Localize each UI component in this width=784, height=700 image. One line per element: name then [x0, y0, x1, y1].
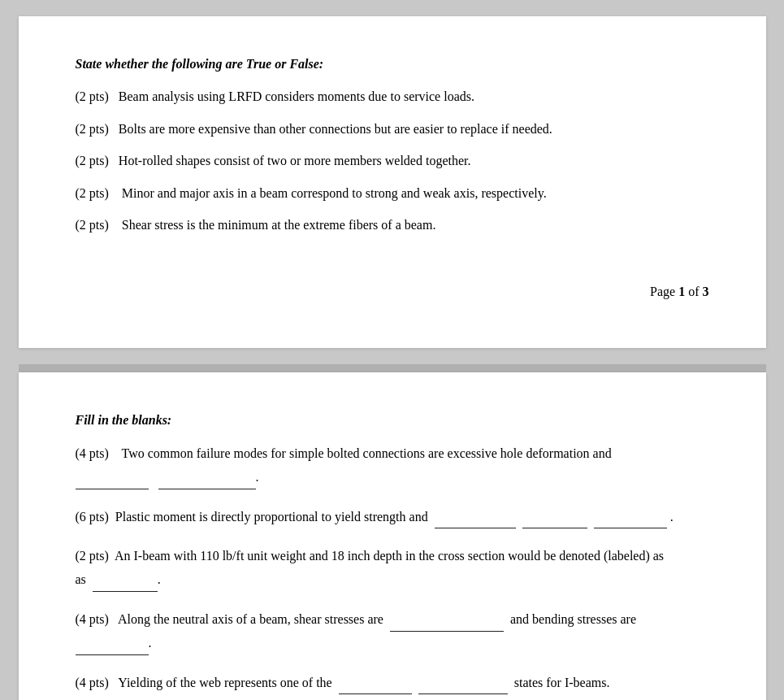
fill-q3: (2 pts) An I-beam with 110 lb/ft unit we… — [76, 545, 709, 592]
question-3: (2 pts) Hot-rolled shapes consist of two… — [76, 150, 709, 172]
page-current: 1 — [678, 285, 685, 298]
q5-pts: (2 pts) — [76, 218, 109, 232]
fill-q5: (4 pts) Yielding of the web represents o… — [76, 672, 709, 695]
fill-q3-as-label: as — [76, 572, 86, 586]
section-heading-2: Fill in the blanks: — [76, 413, 709, 428]
fill-q4-text-mid: and bending stresses are — [510, 612, 636, 626]
fill-q2-blank1 — [435, 515, 516, 528]
fill-q4-period: . — [149, 636, 152, 650]
question-5: (2 pts) Shear stress is the minimum at t… — [76, 215, 709, 236]
q5-text: Shear stress is the minimum at the extre… — [122, 218, 436, 232]
fill-q5-blank1 — [339, 681, 412, 694]
fill-q2-blank3 — [594, 515, 667, 528]
fill-q2-text: Plastic moment is directly proportional … — [115, 510, 428, 524]
question-1: (2 pts) Beam analysis using LRFD conside… — [76, 86, 709, 107]
fill-q5-blank2 — [418, 681, 508, 694]
fill-q3-period: . — [158, 572, 161, 586]
q3-pts: (2 pts) — [76, 154, 109, 167]
fill-q5-text-after: states for I-beams. — [514, 676, 610, 689]
page-divider — [19, 364, 766, 372]
page-of: of — [688, 285, 699, 298]
fill-q2-pts: (6 pts) — [76, 510, 109, 524]
q1-text: Beam analysis using LRFD considers momen… — [119, 89, 474, 103]
page-total: 3 — [703, 285, 709, 298]
fill-q5-text-before: Yielding of the web represents one of th… — [118, 676, 331, 689]
q4-text: Minor and major axis in a beam correspon… — [122, 186, 547, 200]
question-4: (2 pts) Minor and major axis in a beam c… — [76, 183, 709, 204]
q3-text: Hot-rolled shapes consist of two or more… — [119, 154, 471, 167]
fill-q2-period: . — [670, 510, 674, 524]
fill-q1-pts: (4 pts) — [76, 446, 109, 460]
q4-pts: (2 pts) — [76, 186, 109, 200]
fill-q3-blank — [93, 579, 158, 592]
fill-q1-blank1 — [76, 476, 149, 489]
page-2: Fill in the blanks: (4 pts) Two common f… — [19, 372, 766, 700]
fill-q5-pts: (4 pts) — [76, 676, 109, 689]
fill-q4-blank-mid — [390, 619, 504, 632]
fill-q4: (4 pts) Along the neutral axis of a beam… — [76, 608, 709, 655]
fill-q1-period: . — [256, 470, 259, 484]
fill-q1: (4 pts) Two common failure modes for sim… — [76, 442, 709, 489]
fill-q4-text-before: Along the neutral axis of a beam, shear … — [118, 612, 383, 626]
page-number: Page 1 of 3 — [76, 285, 709, 299]
q2-text: Bolts are more expensive than other conn… — [119, 122, 552, 136]
fill-q3-text: An I-beam with 110 lb/ft unit weight and… — [115, 549, 664, 563]
question-2: (2 pts) Bolts are more expensive than ot… — [76, 119, 709, 140]
q2-pts: (2 pts) — [76, 122, 109, 136]
fill-q4-blank-end — [76, 642, 149, 655]
fill-q1-text: Two common failure modes for simple bolt… — [122, 446, 612, 460]
fill-q3-pts: (2 pts) — [76, 549, 109, 563]
fill-q2: (6 pts) Plastic moment is directly propo… — [76, 506, 709, 529]
fill-q2-blank2 — [522, 515, 587, 528]
section-heading-1: State whether the following are True or … — [76, 57, 709, 72]
page-1: State whether the following are True or … — [19, 16, 766, 348]
fill-q4-pts: (4 pts) — [76, 612, 109, 626]
fill-q1-blank2 — [158, 476, 256, 489]
q1-pts: (2 pts) — [76, 89, 109, 103]
page-label: Page — [650, 285, 675, 298]
